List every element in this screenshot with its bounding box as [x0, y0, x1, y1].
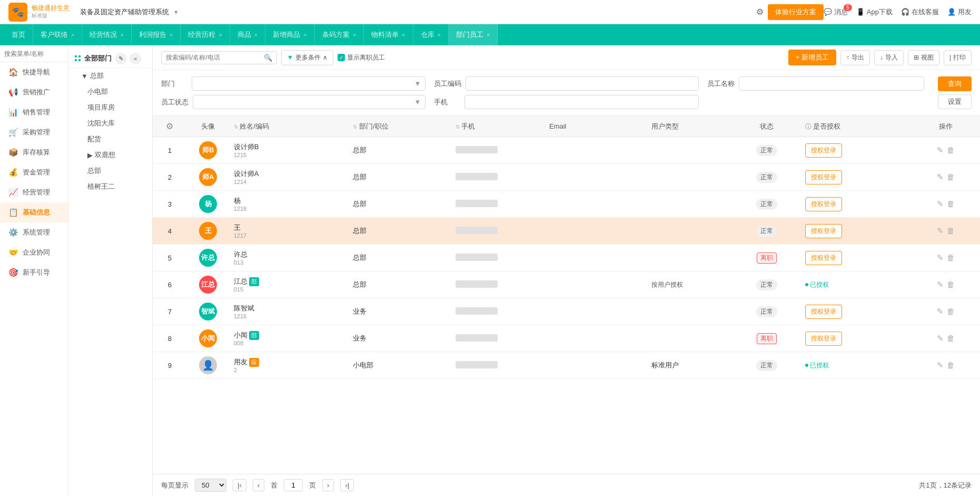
settings-gear-icon[interactable]: ⚙ — [756, 7, 764, 17]
col-avatar-header: 头像 — [187, 116, 230, 137]
first-page-button[interactable]: |‹ — [233, 479, 246, 491]
row-email — [545, 245, 647, 271]
show-resign-checkbox[interactable]: ✓ 显示离职员工 — [338, 53, 385, 62]
delete-icon[interactable]: 🗑 — [947, 334, 955, 343]
auth-login-button[interactable]: 授权登录 — [805, 197, 842, 211]
sidebar-item-basic[interactable]: 📋 基础信息 — [0, 202, 68, 222]
edit-icon[interactable]: ✎ — [937, 199, 944, 209]
dept-filter-select[interactable]: ▼ — [192, 76, 425, 91]
tab-bom[interactable]: 物料清单 × — [364, 24, 413, 45]
toolbar-right: + 新增员工 ↑ 导出 ↓ 导入 ⊞ 视图 | 打印 — [788, 50, 972, 65]
dept-collapse-button[interactable]: « — [130, 53, 141, 64]
export-button[interactable]: ↑ 导出 — [840, 50, 870, 65]
row-dept: 总部 — [349, 245, 451, 271]
table-settings-icon[interactable]: ⚙ — [166, 122, 173, 131]
page-size-select[interactable]: 50 20 100 — [195, 479, 226, 492]
import-button[interactable]: ↓ 导入 — [874, 50, 904, 65]
delete-icon[interactable]: 🗑 — [947, 280, 955, 289]
auth-login-button[interactable]: 授权登录 — [805, 251, 842, 265]
sidebar-item-sales[interactable]: 📊 销售管理 — [0, 102, 68, 122]
edit-icon[interactable]: ✎ — [937, 307, 944, 316]
delete-icon[interactable]: 🗑 — [947, 199, 955, 209]
delete-icon[interactable]: 🗑 — [947, 226, 955, 236]
sidebar-item-quick-nav[interactable]: 🏠 快捷导航 — [0, 62, 68, 82]
edit-icon[interactable]: ✎ — [937, 145, 944, 155]
delete-icon[interactable]: 🗑 — [947, 253, 955, 262]
sidebar-item-business[interactable]: 📈 经营管理 — [0, 182, 68, 202]
add-employee-button[interactable]: + 新增员工 — [788, 50, 836, 65]
sidebar-item-inventory[interactable]: 📦 库存核算 — [0, 142, 68, 162]
tab-new-goods[interactable]: 新增商品 × — [265, 24, 314, 45]
delete-icon[interactable]: 🗑 — [947, 145, 955, 155]
auth-login-button[interactable]: 授权登录 — [805, 170, 842, 184]
app-download-button[interactable]: 📱 App下载 — [856, 7, 893, 17]
print-icon: | — [949, 54, 951, 61]
empname-filter-input[interactable] — [739, 76, 924, 91]
tab-barcode[interactable]: 条码方案 × — [315, 24, 364, 45]
dept-node-shuangluxiang[interactable]: ▶ 双鹿想 — [68, 147, 152, 163]
sidebar-search-input[interactable] — [4, 50, 68, 57]
edit-icon[interactable]: ✎ — [937, 280, 944, 289]
search-input[interactable] — [166, 54, 261, 61]
sidebar-item-purchase[interactable]: 🛒 采购管理 — [0, 122, 68, 142]
status-filter-select[interactable]: ▼ — [193, 95, 425, 109]
row-email — [545, 218, 647, 245]
sidebar-item-marketing[interactable]: 📢 营销推广 — [0, 82, 68, 102]
sort-phone-icon[interactable]: ⇅ — [456, 124, 460, 130]
auth-login-button[interactable]: 授权登录 — [805, 224, 842, 238]
tab-home[interactable]: 首页 — [4, 24, 33, 45]
dept-node-project-room[interactable]: 项目库房 — [68, 100, 152, 115]
sidebar-item-finance[interactable]: 💰 资金管理 — [0, 162, 68, 182]
prev-page-button[interactable]: ‹ — [253, 479, 264, 491]
auth-login-button[interactable]: 授权登录 — [805, 143, 842, 158]
tab-warehouse[interactable]: 仓库 × — [413, 24, 449, 45]
tab-profit[interactable]: 利润报告 × — [132, 24, 181, 45]
row-phone — [451, 271, 545, 298]
query-button[interactable]: 查询 — [938, 76, 972, 91]
delete-icon[interactable]: 🗑 — [947, 307, 955, 316]
empcode-filter-input[interactable] — [466, 76, 698, 91]
next-page-button[interactable]: › — [322, 479, 334, 491]
tab-goods[interactable]: 商品 × — [230, 24, 265, 45]
tab-operation[interactable]: 经营情况 × — [82, 24, 131, 45]
tab-history[interactable]: 经营历程 × — [181, 24, 230, 45]
auth-login-button[interactable]: 授权登录 — [805, 332, 842, 346]
nav-tabs: 首页 客户联络 × 经营情况 × 利润报告 × 经营历程 × 商品 × 新增商品… — [0, 24, 980, 45]
sidebar-item-collab[interactable]: 🤝 企业协同 — [0, 242, 68, 262]
edit-icon[interactable]: ✎ — [937, 172, 944, 182]
tab-customer[interactable]: 客户联络 × — [33, 24, 82, 45]
sidebar-item-guide[interactable]: 🎯 新手引导 — [0, 262, 68, 283]
trial-button[interactable]: 体验行业方案 — [768, 4, 824, 20]
online-support-button[interactable]: 🎧 在线客服 — [901, 7, 939, 17]
dept-node-small-electric[interactable]: 小电部 — [68, 84, 152, 100]
more-filter-button[interactable]: ▼ 更多条件 ∧ — [281, 50, 333, 65]
last-page-button[interactable]: ›| — [340, 479, 354, 491]
tab-employee[interactable]: 部门员工 × — [449, 24, 498, 45]
view-button[interactable]: ⊞ 视图 — [908, 50, 939, 65]
edit-icon[interactable]: ✎ — [937, 226, 944, 236]
page-number-input[interactable] — [284, 479, 303, 491]
delete-icon[interactable]: 🗑 — [947, 361, 955, 370]
row-phone — [451, 298, 545, 325]
user-avatar[interactable]: 👤 用友 — [947, 7, 972, 17]
dept-node-shenyang[interactable]: 沈阳大库 — [68, 115, 152, 131]
print-button[interactable]: | 打印 — [944, 50, 972, 65]
sort-dept-icon[interactable]: ⇅ — [353, 124, 357, 130]
auth-login-button[interactable]: 授权登录 — [805, 305, 842, 319]
set-button[interactable]: 设置 — [938, 94, 972, 109]
edit-icon[interactable]: ✎ — [937, 361, 944, 370]
dept-node-hq[interactable]: 总部 — [68, 163, 152, 179]
delete-icon[interactable]: 🗑 — [947, 172, 955, 182]
dept-node-headquarter[interactable]: ▼ 总部 — [68, 68, 152, 84]
sort-name-icon[interactable]: ⇅ — [234, 124, 238, 130]
message-button[interactable]: 💬 消息 5 — [824, 7, 848, 17]
dept-edit-button[interactable]: ✎ — [115, 53, 126, 64]
sidebar-item-system[interactable]: ⚙️ 系统管理 — [0, 222, 68, 242]
dept-node-zhishu[interactable]: 植树王二 — [68, 179, 152, 194]
table-row: 4王王1217总部正常授权登录✎🗑 — [153, 218, 980, 245]
dept-node-distribution[interactable]: 配货 — [68, 131, 152, 147]
phone-filter-input[interactable] — [464, 95, 698, 109]
auth-info-icon: ⓘ — [805, 123, 811, 130]
edit-icon[interactable]: ✎ — [937, 253, 944, 262]
edit-icon[interactable]: ✎ — [937, 334, 944, 343]
